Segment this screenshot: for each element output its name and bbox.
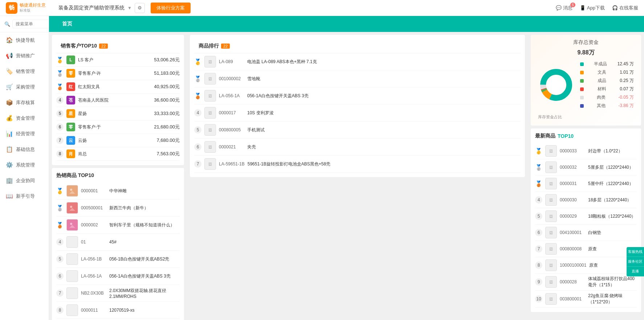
rank-number: 8 [56, 150, 64, 157]
hot-products-title: 热销商品 TOP10 [56, 172, 180, 179]
legend-category-value: -0.05 万 [618, 94, 634, 100]
customer-rank-item: 6 零 零售客户·于 21,680.00元 [56, 120, 180, 134]
new-product-name: 5厘中纤（1220*2440） [588, 181, 637, 187]
customer-name: 红太阳文具 [78, 84, 151, 90]
product-thumbnail [66, 287, 78, 299]
new-product-item: 🥉 🖼 0000031 5厘中纤（1220*2440） [535, 176, 637, 192]
finance-icon: 💰 [6, 115, 13, 122]
hot-product-item: 7 NB2.0X30B 2.0X30MM双搓花轴.搓花直径2.1MM/ROHS [56, 285, 180, 302]
float-cs: 客服热线 服务社区 直播 [627, 247, 644, 276]
product-code: LA-056-1B [81, 257, 106, 262]
float-cs-hotline[interactable]: 客服热线 [627, 247, 644, 257]
gear-button[interactable]: ⚙ [135, 3, 145, 13]
sidebar-item-marketing[interactable]: 📢 营销推广 [0, 48, 49, 63]
product-code: 0000017 [219, 110, 244, 115]
sidebar: 🔍 🏠 快捷导航 📢 营销推广 🏷️ 销售管理 🛒 采购管理 📦 库存核算 💰 … [0, 16, 49, 320]
customer-avatar: 零 [66, 123, 75, 131]
search-menu-item[interactable]: 🔍 [0, 16, 49, 32]
new-product-code: 10000100001 [560, 263, 586, 268]
legend-category-value: 12.45 万 [617, 61, 634, 67]
customer-name: LS 客户 [78, 57, 151, 63]
customer-ranking-badge[interactable]: 22 [99, 44, 108, 49]
customer-name: 云扬 [78, 138, 154, 144]
search-input[interactable] [12, 20, 49, 28]
legend-item: 其他 -3.86 万 [580, 102, 634, 110]
new-product-name: 18颗粒板（1220*2440） [588, 213, 637, 220]
customer-rank-item: 🥈 零 零售客户·许 51,183.00元 [56, 67, 180, 80]
sidebar-item-inventory[interactable]: 📦 库存核算 [0, 95, 49, 110]
new-product-thumbnail: 🖼 [545, 227, 557, 238]
product-ranking-badge[interactable]: 22 [221, 44, 230, 49]
new-rank-num: 5 [535, 213, 542, 220]
sidebar-label-newbie: 新手引导 [16, 193, 35, 200]
product-rank-num: 6 [56, 272, 64, 280]
prod-rank-num: 4 [194, 109, 201, 116]
product-medal-icon: 🥇 [56, 188, 64, 194]
customer-name: 零售客户·于 [78, 124, 151, 130]
sidebar-item-sales[interactable]: 🏷️ 销售管理 [0, 63, 49, 79]
product-code: 01 [81, 239, 106, 245]
float-cs-community[interactable]: 服务社区 [627, 257, 644, 267]
hot-product-item: 4 01 45# [56, 234, 180, 251]
sidebar-label-marketing: 营销推广 [16, 53, 35, 59]
new-product-item: 9 🖼 0000028 体城荔枝味苏打饮品400毫升（1*15） [535, 274, 637, 291]
search-icon: 🔍 [4, 21, 10, 27]
product-rank-item: 5 🖼 000800005 手机测试 [194, 122, 521, 139]
new-product-name: 体城荔枝味苏打饮品400毫升（1*15） [588, 276, 637, 288]
new-rank-num: 10 [535, 295, 542, 303]
customer-avatar: 红 [66, 82, 75, 91]
main-content: 首页 销售客户TOP10 22 🥇 L LS 客户 53,006.26元 🥈 零… [49, 16, 644, 320]
customer-amount: 53,006.26元 [154, 57, 180, 63]
customer-amount: 36,600.00元 [154, 97, 180, 103]
customer-rank-item: 5 星 星扬 33,333.00元 [56, 107, 180, 120]
inventory-label: 库存总资金 [535, 39, 637, 46]
sidebar-label-quicknav: 快捷导航 [16, 37, 35, 44]
sidebar-item-purchase[interactable]: 🛒 采购管理 [0, 79, 49, 95]
new-rank-num: 6 [535, 229, 542, 236]
legend-category-name: 其他 [586, 103, 616, 109]
product-name: 10S 变利罗浚 [247, 110, 521, 116]
legend-color-dot [580, 87, 584, 91]
new-product-item: 🥈 🖼 0000032 5厘多层（1220*2440） [535, 159, 637, 176]
hot-product-item: 🥈 000500001 新西兰牛肉（新牛） [56, 200, 180, 217]
hot-product-item: 🥇 0000001 中华神雕 [56, 182, 180, 200]
prod-medal-icon: 🥈 [194, 75, 201, 82]
customer-rank-item: 🥉 红 红太阳文具 40,925.00元 [56, 80, 180, 94]
product-code: 000500001 [81, 205, 106, 210]
product-name: 电池盖 LA-089 ABS本色+黑种 7.1克 [247, 59, 521, 65]
new-product-code: 004100001 [560, 230, 585, 235]
rank-number: 6 [56, 123, 64, 131]
sidebar-item-finance[interactable]: 💰 资金管理 [0, 110, 49, 126]
product-code: LA-089 [219, 59, 244, 64]
sidebar-item-newbie[interactable]: 📖 新手引导 [0, 188, 49, 204]
title-arrow-icon[interactable]: ▼ [127, 5, 132, 11]
customer-rank-item: 7 云 云扬 7,680.00元 [56, 134, 180, 147]
new-product-item: 4 🖼 0000030 18多层（1220*2440） [535, 192, 637, 208]
trial-button[interactable]: 体验行业方案 [151, 3, 191, 13]
sidebar-item-system[interactable]: ⚙️ 系统管理 [0, 157, 49, 173]
sidebar-item-operations[interactable]: 📊 经营管理 [0, 126, 49, 141]
new-medal-icon: 🥉 [535, 180, 542, 187]
legend-category-value: -3.86 万 [618, 103, 634, 109]
app-download-btn[interactable]: 📱 App下载 [580, 5, 605, 11]
customer-amount: 7,563.00元 [156, 151, 180, 157]
customer-avatar: 星 [66, 109, 75, 118]
sidebar-item-basic-info[interactable]: 📋 基础信息 [0, 141, 49, 157]
basicinfo-icon: 📋 [6, 146, 13, 153]
online-service-btn[interactable]: 🎧 在线客服 [612, 5, 638, 11]
home-tab[interactable]: 首页 [56, 18, 78, 30]
customer-avatar: L [66, 56, 75, 64]
sidebar-item-enterprise[interactable]: 🏢 企业协同 [0, 173, 49, 188]
new-products-top-label: TOP10 [558, 133, 574, 139]
sidebar-item-quicknav[interactable]: 🏠 快捷导航 [0, 32, 49, 48]
customer-rank-item: 4 苍 苍南县人民医院 36,600.00元 [56, 94, 180, 107]
product-thumbnail: 🖼 [204, 124, 216, 136]
rank-medal-icon: 🥇 [56, 57, 64, 63]
customer-rank-item: 8 肖 肖总 7,563.00元 [56, 147, 180, 161]
new-rank-num: 8 [535, 262, 542, 269]
notification-btn[interactable]: 💬 消息 6 [556, 5, 572, 11]
hot-products-title-text: 热销商品 TOP10 [56, 172, 94, 179]
customer-name: 星扬 [78, 111, 151, 117]
float-cs-live[interactable]: 直播 [627, 267, 644, 276]
product-code: 001000002 [219, 76, 244, 81]
